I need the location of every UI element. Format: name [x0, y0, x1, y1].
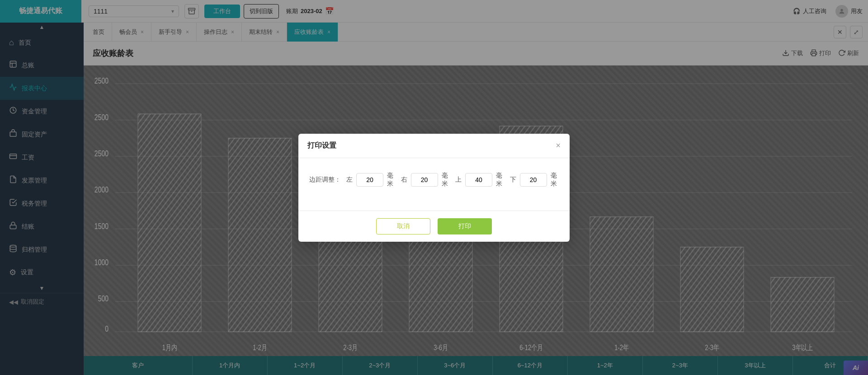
left-unit: 毫米	[387, 172, 396, 188]
margin-settings-row: 边距调整： 左 毫米 右 毫米 上 毫米 下	[309, 172, 559, 188]
left-margin-input[interactable]	[356, 173, 383, 187]
bottom-label: 下	[510, 176, 516, 184]
confirm-print-button[interactable]: 打印	[438, 218, 492, 234]
right-unit: 毫米	[442, 172, 450, 188]
bottom-margin-input[interactable]	[520, 173, 547, 187]
modal-body: 边距调整： 左 毫米 右 毫米 上 毫米 下	[298, 158, 570, 211]
top-margin-group: 上 毫米	[455, 172, 505, 188]
modal-title: 打印设置	[307, 141, 336, 150]
modal-header: 打印设置 ×	[298, 134, 570, 158]
bottom-unit: 毫米	[551, 172, 559, 188]
cancel-button[interactable]: 取消	[376, 218, 430, 234]
top-unit: 毫米	[496, 172, 505, 188]
left-margin-group: 左 毫米	[346, 172, 396, 188]
right-label: 右	[401, 176, 407, 184]
modal-footer: 取消 打印	[298, 211, 570, 242]
left-label: 左	[346, 176, 353, 184]
top-label: 上	[455, 176, 462, 184]
margin-adjust-label: 边距调整：	[309, 176, 341, 184]
bottom-margin-group: 下 毫米	[510, 172, 559, 188]
modal-close-button[interactable]: ×	[556, 141, 561, 150]
right-margin-input[interactable]	[411, 173, 438, 187]
print-dialog: 打印设置 × 边距调整： 左 毫米 右 毫米 上 毫米	[298, 134, 570, 242]
top-margin-input[interactable]	[465, 173, 492, 187]
right-margin-group: 右 毫米	[401, 172, 450, 188]
modal-overlay: 打印设置 × 边距调整： 左 毫米 右 毫米 上 毫米	[0, 0, 868, 375]
